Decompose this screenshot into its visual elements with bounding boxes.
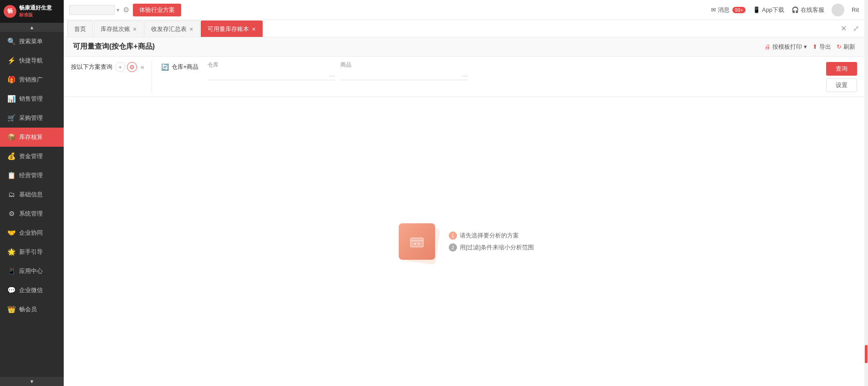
sales-icon: 📊: [7, 95, 15, 103]
add-scheme-btn[interactable]: +: [115, 62, 125, 72]
print-chevron-icon: ▾: [804, 43, 807, 50]
manage-scheme-btn[interactable]: ⚙: [127, 62, 137, 72]
sidebar-item-finance[interactable]: 💰 资金管理: [0, 147, 64, 166]
user-avatar: [832, 4, 844, 16]
sidebar-item-system[interactable]: ⚙ 系统管理: [0, 204, 64, 223]
sidebar-item-label-shortcut: 快捷导航: [19, 57, 43, 65]
sidebar-item-label-search: 搜索菜单: [19, 37, 43, 46]
trial-btn[interactable]: 体验行业方案: [133, 4, 181, 16]
topbar-gear-icon[interactable]: ⚙: [123, 5, 129, 14]
right-scrollbar: [864, 0, 868, 386]
sidebar-item-marketing[interactable]: 🎁 营销推广: [0, 70, 64, 89]
page-header-actions: 🖨 按模板打印 ▾ ⬆ 导出 ↻ 刷新: [765, 43, 855, 51]
scroll-up-arrow[interactable]: ▲: [0, 23, 64, 32]
warehouse-field-label: 仓库: [208, 61, 335, 69]
scheme-warehouse-product[interactable]: 🔄 仓库+商品: [157, 61, 203, 73]
page-header: 可用量查询(按仓库+商品) 🖨 按模板打印 ▾ ⬆ 导出 ↻ 刷新: [64, 37, 864, 57]
warehouse-input[interactable]: [208, 71, 327, 78]
online-service-item[interactable]: 🎧 在线客服: [792, 6, 824, 14]
warehouse-more-icon[interactable]: …: [329, 71, 335, 78]
filter-scheme-actions: + ⚙ «: [115, 62, 146, 72]
product-more-icon[interactable]: …: [462, 71, 468, 78]
product-field: 商品 …: [340, 61, 468, 80]
filter-scheme-label: 按以下方案查询: [71, 63, 112, 71]
tab-available-ledger[interactable]: 可用量库存账本 ×: [201, 21, 262, 37]
sidebar-item-label-member: 畅会员: [19, 305, 37, 314]
inventory-icon: 📦: [7, 133, 15, 141]
sidebar-item-search[interactable]: 🔍 搜索菜单: [0, 32, 64, 51]
tab-close-all-icon[interactable]: ✕: [839, 22, 848, 35]
tip2-text: 用[过滤]条件来缩小分析范围: [460, 243, 534, 252]
filter-fields: 仓库 … 商品 …: [208, 61, 821, 80]
refresh-label: 刷新: [843, 43, 855, 51]
sidebar-item-purchase[interactable]: 🛒 采购管理: [0, 108, 64, 128]
guide-icon: 🌟: [7, 248, 15, 256]
finance-icon: 💰: [7, 152, 15, 160]
topbar-search-input[interactable]: [69, 5, 115, 15]
sidebar-item-inventory[interactable]: 📦 库存核算: [0, 128, 64, 147]
collapse-scheme-btn[interactable]: «: [139, 63, 146, 71]
tab-batch-ledger-close[interactable]: ×: [133, 26, 137, 33]
basic-icon: 🗂: [7, 190, 15, 198]
app-download-item[interactable]: 📱 App下载: [753, 6, 784, 14]
print-btn[interactable]: 🖨 按模板打印 ▾: [765, 43, 807, 51]
topbar-chevron-icon[interactable]: ▾: [117, 7, 119, 13]
tip2-num: 2: [449, 243, 457, 252]
tab-available-ledger-label: 可用量库存账本: [208, 25, 249, 33]
tab-home[interactable]: 首页: [67, 21, 93, 37]
sidebar-item-operations[interactable]: 📋 经营管理: [0, 166, 64, 185]
brand-name: 畅康通好生意: [19, 5, 52, 12]
sidebar-item-basic[interactable]: 🗂 基础信息: [0, 185, 64, 204]
tab-available-ledger-close[interactable]: ×: [252, 26, 255, 33]
message-icon: ✉: [711, 6, 716, 13]
tabs-bar: 首页 库存批次账 × 收发存汇总表 × 可用量库存账本 × ✕ ⤢: [64, 20, 864, 37]
empty-texts: 1 请先选择要分析的方案 2 用[过滤]条件来缩小分析范围: [449, 232, 534, 252]
tip1-text: 请先选择要分析的方案: [460, 232, 519, 240]
refresh-icon: ↻: [837, 43, 842, 50]
scrollbar-handle[interactable]: [865, 345, 868, 363]
sidebar-item-wechat[interactable]: 💬 企业微信: [0, 281, 64, 300]
empty-illustration: [394, 219, 440, 264]
message-icon-item[interactable]: ✉ 消息 99+: [711, 6, 746, 14]
tab-home-label: 首页: [74, 25, 86, 33]
tab-receive-summary[interactable]: 收发存汇总表 ×: [144, 21, 200, 37]
tab-maximize-icon[interactable]: ⤢: [851, 22, 861, 35]
scroll-down-arrow[interactable]: ▼: [0, 377, 64, 386]
empty-box-svg: [409, 233, 425, 250]
page-title: 可用量查询(按仓库+商品): [73, 42, 155, 51]
purchase-icon: 🛒: [7, 114, 15, 122]
svg-point-2: [414, 243, 416, 245]
sidebar-item-enterprise[interactable]: 🤝 企业协同: [0, 223, 64, 242]
scheme-list: 🔄 仓库+商品: [157, 61, 203, 73]
tab-batch-ledger-label: 库存批次账: [101, 25, 130, 33]
refresh-btn[interactable]: ↻ 刷新: [837, 43, 855, 51]
empty-tip-2: 2 用[过滤]条件来缩小分析范围: [449, 243, 534, 252]
content-area: 可用量查询(按仓库+商品) 🖨 按模板打印 ▾ ⬆ 导出 ↻ 刷新: [64, 37, 864, 386]
brand-version: 标准版: [19, 12, 52, 18]
sidebar-item-member[interactable]: 👑 畅会员: [0, 300, 64, 319]
scheme-item-label: 仓库+商品: [172, 63, 199, 71]
query-button[interactable]: 查询: [826, 62, 857, 76]
brand-info: 畅康通好生意 标准版: [19, 5, 52, 18]
app-center-icon: 📱: [7, 267, 15, 275]
sidebar-item-label-purchase: 采购管理: [19, 114, 43, 122]
settings-button[interactable]: 设置: [826, 78, 857, 92]
sidebar-item-app-center[interactable]: 📱 应用中心: [0, 262, 64, 281]
sidebar-item-label-finance: 资金管理: [19, 152, 43, 160]
product-input[interactable]: [340, 71, 460, 78]
enterprise-icon: 🤝: [7, 229, 15, 237]
sidebar-item-sales[interactable]: 📊 销售管理: [0, 89, 64, 108]
tab-receive-summary-close[interactable]: ×: [189, 26, 193, 33]
tab-batch-ledger[interactable]: 库存批次账 ×: [94, 21, 143, 37]
topbar-search-area: ▾: [69, 5, 119, 15]
marketing-icon: 🎁: [7, 76, 15, 84]
warehouse-field: 仓库 …: [208, 61, 335, 80]
export-btn[interactable]: ⬆ 导出: [812, 43, 831, 51]
sidebar-item-guide[interactable]: 🌟 新手引导: [0, 242, 64, 262]
sidebar-item-label-sales: 销售管理: [19, 95, 43, 103]
svg-point-3: [418, 243, 420, 245]
empty-tip-1: 1 请先选择要分析的方案: [449, 232, 534, 240]
username-label[interactable]: Rit: [852, 6, 859, 13]
print-icon: 🖨: [765, 43, 771, 50]
sidebar-item-shortcut[interactable]: ⚡ 快捷导航: [0, 51, 64, 70]
